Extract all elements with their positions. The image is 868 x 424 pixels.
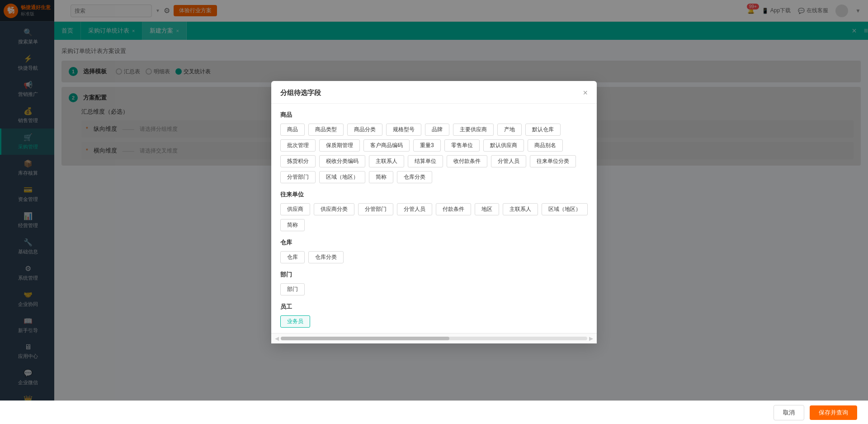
cancel-button[interactable]: 取消: [774, 405, 804, 420]
field-tag-main-supplier[interactable]: 主要供应商: [453, 124, 494, 136]
field-tag-short-name[interactable]: 简称: [369, 171, 393, 183]
section-partner-fields: 供应商 供应商分类 分管部门 分管人员 付款条件 地区 主联系人 区域（地区） …: [280, 203, 588, 231]
field-tag-partner-contact[interactable]: 主联系人: [503, 203, 538, 215]
modal-overlay: 分组待选字段 × 商品 商品 商品类型 商品分类 规格型号 品牌 主要供应商 产…: [0, 0, 868, 424]
field-tag-partner-dept[interactable]: 分管部门: [358, 203, 393, 215]
field-tag-origin[interactable]: 产地: [497, 124, 522, 136]
field-tag-settle-unit[interactable]: 结算单位: [408, 155, 443, 167]
field-tag-payment-terms[interactable]: 收付款条件: [447, 155, 487, 167]
section-employee: 员工 业务员: [280, 303, 588, 328]
field-tag-main-contact[interactable]: 主联系人: [369, 155, 404, 167]
section-warehouse-fields: 仓库 仓库分类: [280, 251, 588, 263]
field-tag-warehouse-category[interactable]: 仓库分类: [308, 251, 344, 263]
field-tag-weight[interactable]: 重量3: [413, 139, 441, 152]
section-department-fields: 部门: [280, 283, 588, 295]
scroll-left-icon[interactable]: ◀: [275, 335, 279, 342]
field-tag-shelf-life[interactable]: 保质期管理: [319, 139, 360, 152]
field-select-modal: 分组待选字段 × 商品 商品 商品类型 商品分类 规格型号 品牌 主要供应商 产…: [271, 81, 597, 343]
section-department-title: 部门: [280, 271, 588, 279]
field-tag-goods[interactable]: 商品: [280, 124, 305, 136]
scroll-thumb: [281, 337, 449, 340]
section-warehouse: 仓库 仓库 仓库分类: [280, 238, 588, 263]
field-tag-partner-category[interactable]: 往来单位分类: [530, 155, 576, 167]
scroll-right-icon[interactable]: ▶: [589, 335, 593, 342]
action-bar: 取消 保存并查询: [0, 400, 868, 424]
field-tag-partner-region[interactable]: 区域（地区）: [542, 203, 588, 215]
field-tag-pick-score[interactable]: 拣货积分: [280, 155, 316, 167]
field-tag-spec[interactable]: 规格型号: [386, 124, 421, 136]
field-tag-default-supplier[interactable]: 默认供应商: [483, 139, 524, 152]
modal-close-button[interactable]: ×: [583, 88, 588, 98]
field-tag-supplier-cat[interactable]: 供应商分类: [314, 203, 354, 215]
modal-hscroll: ◀ ▶: [271, 333, 597, 343]
field-tag-goods-type[interactable]: 商品类型: [308, 124, 344, 136]
modal-title: 分组待选字段: [280, 89, 321, 97]
field-tag-department[interactable]: 部门: [280, 283, 305, 295]
field-tag-salesperson[interactable]: 业务员: [280, 315, 310, 328]
field-tag-dept[interactable]: 分管部门: [280, 171, 316, 183]
modal-header: 分组待选字段 ×: [271, 81, 597, 104]
section-partner: 往来单位 供应商 供应商分类 分管部门 分管人员 付款条件 地区 主联系人 区域…: [280, 191, 588, 231]
field-tag-partner-short[interactable]: 简称: [280, 219, 305, 231]
field-tag-customer-code[interactable]: 客户商品编码: [363, 139, 410, 152]
field-tag-batch[interactable]: 批次管理: [280, 139, 316, 152]
field-tag-default-warehouse[interactable]: 默认仓库: [525, 124, 561, 136]
modal-body: 商品 商品 商品类型 商品分类 规格型号 品牌 主要供应商 产地 默认仓库 批次…: [271, 104, 597, 333]
save-and-query-button[interactable]: 保存并查询: [810, 405, 857, 420]
field-tag-goods-category[interactable]: 商品分类: [347, 124, 382, 136]
section-employee-title: 员工: [280, 303, 588, 311]
section-warehouse-title: 仓库: [280, 238, 588, 247]
field-tag-warehouse[interactable]: 仓库: [280, 251, 305, 263]
scroll-track: [281, 337, 587, 340]
section-department: 部门 部门: [280, 271, 588, 295]
field-tag-retail-unit[interactable]: 零售单位: [444, 139, 480, 152]
field-tag-supplier[interactable]: 供应商: [280, 203, 310, 215]
field-tag-goods-alias[interactable]: 商品别名: [528, 139, 563, 152]
section-employee-fields: 业务员: [280, 315, 588, 328]
section-goods-fields: 商品 商品类型 商品分类 规格型号 品牌 主要供应商 产地 默认仓库 批次管理 …: [280, 124, 588, 183]
field-tag-partner-supervisor[interactable]: 分管人员: [397, 203, 432, 215]
section-goods-title: 商品: [280, 111, 588, 119]
field-tag-payment-cond[interactable]: 付款条件: [436, 203, 471, 215]
section-goods: 商品 商品 商品类型 商品分类 规格型号 品牌 主要供应商 产地 默认仓库 批次…: [280, 111, 588, 183]
field-tag-supervisor[interactable]: 分管人员: [491, 155, 526, 167]
field-tag-warehouse-cat[interactable]: 仓库分类: [397, 171, 432, 183]
field-tag-area[interactable]: 地区: [475, 203, 499, 215]
field-tag-tax-code[interactable]: 税收分类编码: [319, 155, 365, 167]
field-tag-region[interactable]: 区域（地区）: [319, 171, 365, 183]
field-tag-brand[interactable]: 品牌: [425, 124, 449, 136]
section-partner-title: 往来单位: [280, 191, 588, 199]
